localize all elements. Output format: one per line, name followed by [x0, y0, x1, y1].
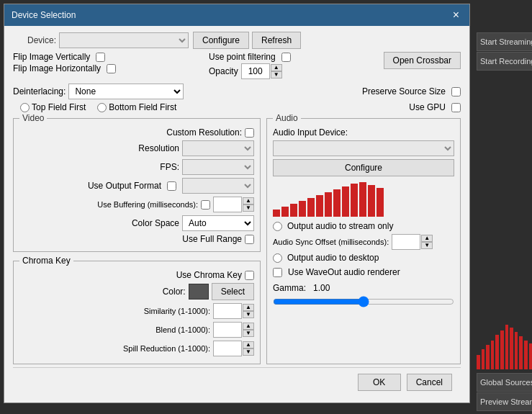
flip-crossbar-row: Flip Image Vertically Flip Image Horizon…: [13, 52, 461, 82]
sync-offset-input[interactable]: 0: [392, 234, 420, 250]
buffering-checkbox[interactable]: [201, 200, 210, 210]
color-swatch[interactable]: [189, 284, 209, 300]
spill-reduction-up[interactable]: ▲: [243, 341, 254, 348]
device-select[interactable]: [59, 32, 189, 48]
buffering-down[interactable]: ▼: [243, 204, 254, 212]
audio-input-device-label: Audio Input Device:: [273, 127, 454, 138]
blend-label: Blend (1-1000):: [19, 325, 210, 334]
output-format-select[interactable]: [182, 178, 254, 194]
gamma-slider[interactable]: [273, 296, 454, 307]
spill-reduction-down[interactable]: ▼: [243, 348, 254, 356]
fps-select[interactable]: [182, 159, 254, 175]
blend-input[interactable]: 80: [213, 322, 242, 338]
buffering-spinner: 0 ▲ ▼: [213, 197, 254, 212]
deinterlacing-label: Deinterlacing:: [13, 86, 66, 96]
sync-offset-spinners: ▲ ▼: [421, 235, 433, 249]
top-field-first-radio[interactable]: [20, 103, 30, 112]
resolution-row: Resolution: [19, 140, 254, 156]
buffering-input[interactable]: 0: [213, 197, 242, 212]
sync-offset-up[interactable]: ▲: [421, 235, 433, 242]
top-field-first-item: Top Field First: [20, 102, 86, 112]
spill-reduction-input[interactable]: 50: [213, 341, 242, 356]
opacity-down[interactable]: ▼: [271, 71, 282, 78]
use-output-format-row: Use Output Format: [19, 178, 254, 194]
buffering-spinners: ▲ ▼: [243, 197, 254, 212]
gamma-value: 1.00: [313, 283, 330, 293]
opacity-label: Opacity: [209, 66, 238, 76]
meter-bar: [299, 201, 306, 217]
blend-down[interactable]: ▼: [243, 330, 254, 337]
similarity-input[interactable]: 0: [213, 303, 242, 319]
panels-row: Video Custom Resolution: Resolution: [13, 118, 461, 364]
dialog-body: Device: Configure Refresh Flip Image Ver…: [4, 26, 469, 402]
spill-reduction-label: Spill Reduction (1-1000):: [19, 344, 210, 353]
global-sources-button[interactable]: Global Sources: [477, 373, 532, 392]
sync-offset-down[interactable]: ▼: [421, 242, 433, 249]
deinterlacing-group: Deinterlacing: None Blend Discard: [13, 84, 184, 99]
sidebar-meter-bar: [519, 336, 523, 369]
video-panel: Video Custom Resolution: Resolution: [13, 118, 261, 252]
point-filtering-row: Use point filtering: [209, 52, 291, 62]
preview-stream-button[interactable]: Preview Stream: [477, 392, 532, 411]
cancel-button[interactable]: Cancel: [407, 374, 452, 391]
opacity-up[interactable]: ▲: [271, 64, 282, 71]
buffering-row: Use Buffering (milliseconds): 0 ▲ ▼: [19, 197, 254, 212]
similarity-down[interactable]: ▼: [243, 311, 254, 318]
use-chroma-key-row: Use Chroma Key: [19, 270, 254, 280]
audio-device-select[interactable]: [273, 140, 454, 156]
custom-resolution-checkbox[interactable]: [245, 128, 254, 138]
output-stream-radio[interactable]: [273, 222, 282, 231]
use-chroma-key-checkbox[interactable]: [245, 271, 254, 280]
sidebar-meter-bar: [495, 335, 499, 369]
audio-panel: Audio Audio Input Device: Configure Out: [266, 118, 461, 364]
refresh-button[interactable]: Refresh: [252, 32, 301, 49]
waveout-checkbox[interactable]: [273, 268, 282, 277]
main-area: Device Selection × Device: Configure Ref…: [0, 0, 474, 414]
open-crossbar-button[interactable]: Open Crossbar: [384, 52, 461, 69]
select-color-button[interactable]: Select: [212, 283, 254, 300]
blend-row: Blend (1-1000): 80 ▲ ▼: [19, 322, 254, 338]
similarity-up[interactable]: ▲: [243, 304, 254, 311]
flip-horizontal-checkbox[interactable]: [107, 64, 116, 73]
color-label: Color:: [19, 287, 186, 297]
device-label: Device:: [13, 35, 56, 45]
crossbar-col: Open Crossbar: [384, 52, 461, 82]
configure-button-top[interactable]: Configure: [193, 32, 249, 49]
buffering-up[interactable]: ▲: [243, 197, 254, 204]
video-panel-title: Video: [19, 113, 47, 123]
color-space-label: Color Space: [19, 218, 179, 228]
use-gpu-checkbox[interactable]: [451, 103, 461, 112]
start-streaming-button[interactable]: Start Streaming: [477, 32, 532, 51]
gamma-slider-container: [273, 293, 454, 312]
outer-wrapper: Device Selection × Device: Configure Ref…: [0, 0, 532, 414]
color-space-row: Color Space Auto 601 709: [19, 215, 254, 231]
deinterlacing-select[interactable]: None Blend Discard: [68, 84, 184, 99]
start-recording-button[interactable]: Start Recording: [477, 52, 532, 71]
sync-offset-label: Audio Sync Offset (milliseconds):: [273, 238, 389, 246]
audio-configure-button[interactable]: Configure: [273, 159, 454, 176]
similarity-row: Similarity (1-1000): 0 ▲ ▼: [19, 303, 254, 319]
waveout-label: Use WaveOut audio renderer: [288, 267, 400, 277]
audio-panel-title: Audio: [273, 113, 301, 123]
sidebar-meter-bar: [491, 341, 495, 369]
buffering-label: Use Buffering (milliseconds):: [19, 200, 198, 209]
bottom-field-first-radio[interactable]: [97, 103, 107, 112]
chroma-key-panel: Chroma Key Use Chroma Key Color: Select: [13, 261, 261, 364]
preserve-source-size-checkbox[interactable]: [451, 87, 461, 96]
meter-bar: [342, 186, 349, 217]
fps-label: FPS:: [19, 162, 179, 172]
point-filtering-checkbox[interactable]: [281, 53, 291, 62]
use-full-range-checkbox[interactable]: [245, 235, 254, 244]
blend-up[interactable]: ▲: [243, 323, 254, 330]
color-space-select[interactable]: Auto 601 709: [182, 215, 254, 231]
resolution-select[interactable]: [182, 140, 254, 156]
opacity-input[interactable]: [241, 63, 270, 79]
flip-vertical-checkbox[interactable]: [96, 53, 105, 62]
meter-bar: [325, 192, 332, 217]
close-button[interactable]: ×: [450, 9, 462, 22]
ok-button[interactable]: OK: [358, 374, 401, 391]
output-desktop-radio[interactable]: [273, 253, 282, 263]
flip-vertical-label: Flip Image Vertically: [13, 52, 90, 62]
use-output-format-checkbox[interactable]: [167, 181, 176, 191]
preserve-source-size-label: Preserve Source Size: [362, 86, 446, 96]
